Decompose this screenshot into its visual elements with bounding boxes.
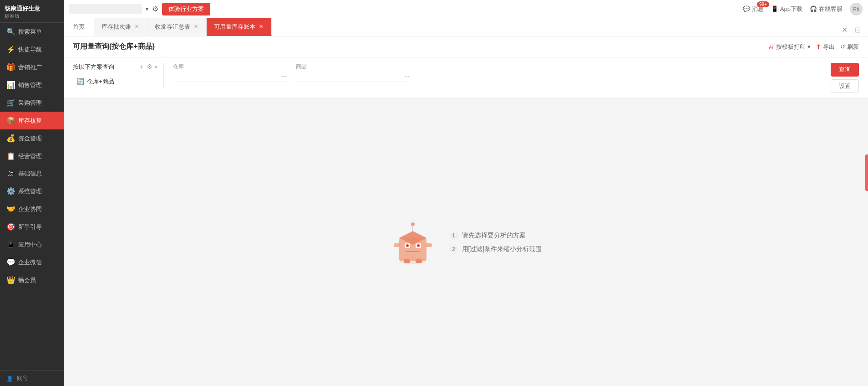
svg-point-6: [417, 244, 420, 247]
topbar-gear-icon[interactable]: ⚙: [152, 5, 158, 13]
sidebar-item-purchase[interactable]: 🛒 采购管理: [0, 94, 64, 112]
refresh-icon: ↺: [840, 43, 845, 50]
topbar-right: 💬 消息 99+ 📱 App下载 🎧 在线客服 Rit: [743, 3, 863, 15]
goods-more-icon[interactable]: ···: [404, 72, 410, 80]
print-label: 按模板打印: [776, 43, 806, 51]
avatar[interactable]: Rit: [850, 3, 863, 15]
online-service-btn[interactable]: 🎧 在线客服: [810, 5, 843, 13]
online-service-label: 在线客服: [819, 5, 843, 13]
tip-text-1: 请先选择要分析的方案: [462, 232, 526, 240]
sidebar-item-marketing[interactable]: 🎁 营销推广: [0, 58, 64, 76]
scheme-icon: 🔄: [76, 78, 84, 85]
print-btn[interactable]: 🖨 按模板打印 ▾: [768, 43, 811, 51]
add-scheme-btn[interactable]: ＋: [138, 63, 145, 71]
newbie-icon: 🎯: [6, 222, 15, 231]
message-badge: 99+: [757, 1, 769, 7]
warehouse-more-icon[interactable]: ···: [281, 72, 287, 80]
sidebar-item-operations[interactable]: 📋 经营管理: [0, 147, 64, 165]
sidebar-item-shortcut[interactable]: ⚡ 快捷导航: [0, 41, 64, 58]
tab-available-ledger-label: 可用量库存账本: [214, 23, 255, 31]
filter-fields: 仓库 ··· 商品 ···: [164, 63, 823, 82]
tab-close-btn[interactable]: ✕: [840, 24, 849, 36]
goods-label: 商品: [296, 63, 410, 71]
sidebar-item-basic[interactable]: 🗂 基础信息: [0, 165, 64, 182]
sidebar-item-label-enterprise: 企业协同: [18, 205, 42, 213]
message-btn[interactable]: 💬 消息 99+: [743, 5, 764, 13]
tip-item-2: 2 用[过滤]条件来缩小分析范围: [449, 245, 542, 254]
edit-scheme-btn[interactable]: ⚙: [147, 63, 152, 71]
tab-recv-summary-close[interactable]: ✕: [193, 24, 199, 30]
sidebar-item-label-appstore: 应用中心: [18, 241, 42, 249]
print-dropdown-icon[interactable]: ▾: [807, 43, 811, 50]
svg-rect-11: [426, 243, 432, 247]
sidebar-logo: 畅康通好生意 标准版: [0, 0, 64, 23]
sidebar-item-label-wechat: 企业微信: [18, 258, 42, 267]
tab-recv-summary[interactable]: 收发存汇总表 ✕: [147, 18, 207, 36]
topbar: ▾ ⚙ 体验行业方案 💬 消息 99+ 📱 App下载 🎧 在线客服: [64, 0, 868, 18]
purchase-icon: 🛒: [6, 98, 15, 107]
topbar-search-input[interactable]: [69, 4, 142, 14]
tab-expand-btn[interactable]: ⊡: [853, 24, 863, 36]
tab-available-ledger-close[interactable]: ✕: [258, 24, 264, 30]
warehouse-label: 仓库: [173, 63, 287, 71]
svg-rect-13: [416, 259, 422, 263]
tab-batch-ledger-label: 库存批次账: [102, 23, 131, 31]
filter-schemes-label: 按以下方案查询: [73, 63, 114, 71]
sidebar-item-system[interactable]: ⚙️ 系统管理: [0, 182, 64, 200]
tab-available-ledger[interactable]: 可用量库存账本 ✕: [207, 18, 272, 36]
sidebar-item-label-purchase: 采购管理: [18, 99, 42, 107]
logo-sub: 标准版: [5, 13, 59, 20]
refresh-label: 刷新: [847, 43, 859, 51]
industry-btn[interactable]: 体验行业方案: [162, 3, 210, 15]
query-btn[interactable]: 查询: [831, 63, 859, 77]
sidebar-scroll: 🔍 搜索菜单 ⚡ 快捷导航 🎁 营销推广 📊 销售管理 🛒 采购管理 📦 库存核…: [0, 23, 64, 371]
tab-home[interactable]: 首页: [64, 18, 94, 36]
collapse-scheme-btn[interactable]: «: [154, 63, 158, 71]
sidebar-item-wechat[interactable]: 💬 企业微信: [0, 253, 64, 271]
tip-number-2: 2: [449, 245, 458, 254]
marketing-icon: 🎁: [6, 63, 15, 72]
sidebar-item-newbie[interactable]: 🎯 新手引导: [0, 218, 64, 236]
operations-icon: 📋: [6, 152, 15, 160]
main-area: ▾ ⚙ 体验行业方案 💬 消息 99+ 📱 App下载 🎧 在线客服: [64, 0, 868, 386]
sidebar-item-enterprise[interactable]: 🤝 企业协同: [0, 200, 64, 218]
sidebar-item-sales[interactable]: 📊 销售管理: [0, 76, 64, 94]
empty-state-tips: 1 请先选择要分析的方案 2 用[过滤]条件来缩小分析范围: [449, 231, 542, 254]
export-btn[interactable]: ⬆ 导出: [816, 43, 835, 51]
page-title: 可用量查询(按仓库+商品): [73, 42, 768, 51]
filter-schemes: 按以下方案查询 ＋ ⚙ « 🔄 仓库+商品: [73, 63, 164, 88]
system-icon: ⚙️: [6, 187, 15, 196]
search-icon: 🔍: [6, 27, 15, 36]
tip-item-1: 1 请先选择要分析的方案: [449, 231, 542, 240]
warehouse-input[interactable]: [173, 73, 279, 80]
tab-batch-ledger-close[interactable]: ✕: [134, 24, 140, 30]
svg-point-5: [406, 244, 409, 247]
export-icon: ⬆: [816, 43, 821, 50]
topbar-dropdown-btn[interactable]: ▾: [146, 6, 148, 12]
sidebar-item-label-search: 搜索菜单: [18, 28, 42, 36]
sidebar-item-finance[interactable]: 💰 资金管理: [0, 129, 64, 147]
settings-btn[interactable]: 设置: [831, 79, 859, 93]
filter-field-warehouse: 仓库 ···: [173, 63, 287, 82]
sidebar-bottom[interactable]: 👤 账号: [0, 371, 64, 386]
page-header: 可用量查询(按仓库+商品) 🖨 按模板打印 ▾ ⬆ 导出 ↺ 刷新: [64, 36, 868, 57]
content-area: 可用量查询(按仓库+商品) 🖨 按模板打印 ▾ ⬆ 导出 ↺ 刷新: [64, 36, 868, 386]
goods-input[interactable]: [296, 73, 402, 80]
export-label: 导出: [823, 43, 835, 51]
sidebar-item-inventory[interactable]: 📦 库存核算: [0, 112, 64, 129]
sidebar-item-label-basic: 基础信息: [18, 170, 42, 178]
app-download-label: App下载: [780, 5, 802, 13]
scheme-item-label: 仓库+商品: [87, 77, 114, 86]
tab-right-controls: ✕ ⊡: [840, 24, 868, 36]
page-header-actions: 🖨 按模板打印 ▾ ⬆ 导出 ↺ 刷新: [768, 43, 859, 51]
sidebar-item-appstore[interactable]: 📱 应用中心: [0, 236, 64, 253]
phone-icon: 📱: [771, 5, 778, 12]
sidebar-item-member[interactable]: 👑 畅会员: [0, 271, 64, 289]
scheme-item-warehouse-goods[interactable]: 🔄 仓库+商品: [73, 75, 158, 88]
shortcut-icon: ⚡: [6, 45, 15, 54]
sidebar-item-search[interactable]: 🔍 搜索菜单: [0, 23, 64, 41]
member-icon: 👑: [6, 276, 15, 284]
refresh-btn[interactable]: ↺ 刷新: [840, 43, 859, 51]
tab-batch-ledger[interactable]: 库存批次账 ✕: [94, 18, 147, 36]
app-download-btn[interactable]: 📱 App下载: [771, 5, 802, 13]
